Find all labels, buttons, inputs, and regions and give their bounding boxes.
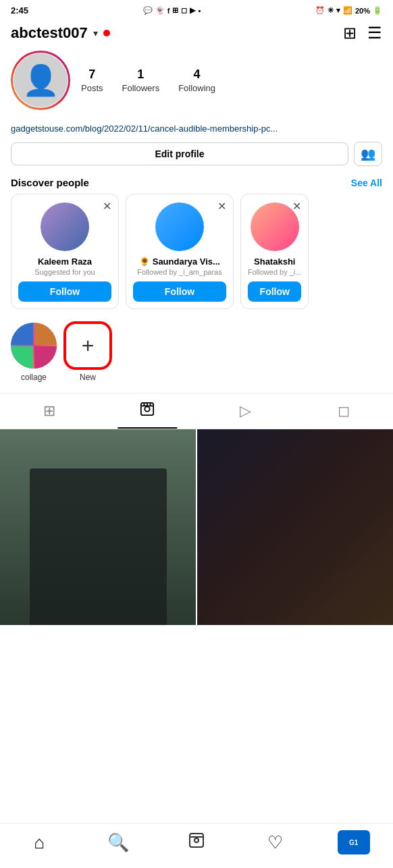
- person-sub-0: Suggested for you: [34, 268, 95, 276]
- follow-button-2[interactable]: Follow: [248, 281, 301, 302]
- story-label-collage: collage: [21, 373, 47, 382]
- media-thumb-0[interactable]: [0, 429, 196, 625]
- discover-title: Discover people: [11, 177, 89, 188]
- status-bar: 2:45 💬 👻 f ⊞ ◻ ▶ • ⏰ ✳ ▾ 📶 20% 🔋: [0, 0, 393, 18]
- status-icons: 💬 👻 f ⊞ ◻ ▶ •: [143, 6, 201, 15]
- heart-icon: ♡: [267, 832, 283, 853]
- person-card-0: ✕ Kaleem Raza Suggested for you Follow: [11, 194, 119, 309]
- status-time: 2:45: [11, 5, 28, 16]
- svg-rect-6: [190, 834, 203, 847]
- add-person-icon: 👥: [361, 146, 375, 161]
- story-item-collage[interactable]: collage: [11, 323, 57, 382]
- edit-profile-button[interactable]: Edit profile: [11, 142, 348, 165]
- play-tab-icon: ▷: [240, 402, 251, 420]
- following-count: 4: [178, 67, 215, 82]
- grid-icon: ⊞: [172, 6, 178, 15]
- collage-cell-4: [34, 346, 57, 369]
- collage-thumb: [11, 323, 57, 369]
- person-avatar-1: [155, 202, 204, 251]
- logo-text: G1: [349, 839, 358, 846]
- wifi-icon: ▾: [336, 6, 340, 15]
- discover-header: Discover people See All: [0, 174, 393, 194]
- close-card-0-button[interactable]: ✕: [103, 200, 111, 213]
- follow-button-0[interactable]: Follow: [18, 281, 111, 302]
- nav-activity-button[interactable]: ♡: [259, 830, 291, 855]
- tab-grid[interactable]: ⊞: [0, 394, 99, 429]
- followers-count: 1: [122, 67, 160, 82]
- posts-label: Posts: [81, 83, 103, 93]
- bluetooth-icon: ✳: [328, 6, 334, 15]
- content-tabs: ⊞ ▷ ◻: [0, 393, 393, 429]
- avatar-person-icon: 👤: [22, 63, 59, 98]
- collage-cell-3: [11, 346, 33, 369]
- reels-tab-icon: [140, 402, 155, 421]
- bottom-nav: ⌂ 🔍 ♡ G1: [0, 823, 393, 868]
- collage-cell-1: [11, 323, 33, 345]
- plus-icon: +: [82, 333, 95, 358]
- person-name-0: Kaleem Raza: [38, 256, 92, 267]
- see-all-button[interactable]: See All: [351, 178, 382, 188]
- bio-link[interactable]: gadgetstouse.com/blog/2022/02/11/cancel-…: [0, 118, 393, 136]
- reels-nav-icon: [188, 832, 205, 853]
- tab-play[interactable]: ▷: [196, 394, 295, 429]
- header-right: ⊞ ☰: [343, 24, 382, 43]
- nav-home-button[interactable]: ⌂: [23, 830, 55, 855]
- signal-icon: 📶: [343, 6, 352, 15]
- tagged-tab-icon: ◻: [338, 402, 350, 420]
- follow-button-1[interactable]: Follow: [133, 281, 226, 302]
- svg-point-7: [194, 838, 199, 842]
- nav-profile-logo[interactable]: G1: [338, 830, 370, 855]
- grid-tab-icon: ⊞: [43, 402, 55, 420]
- profile-section: 👤 7 Posts 1 Followers 4 Following: [0, 51, 393, 118]
- close-card-2-button[interactable]: ✕: [292, 200, 301, 213]
- close-card-1-button[interactable]: ✕: [217, 200, 226, 213]
- battery-text: 20%: [355, 7, 370, 15]
- message-icon: 💬: [143, 6, 153, 15]
- snapchat-icon: 👻: [155, 6, 165, 15]
- discover-scroll: ✕ Kaleem Raza Suggested for you Follow ✕…: [0, 194, 393, 317]
- dropdown-arrow-icon[interactable]: ▾: [93, 28, 98, 38]
- facebook-icon: f: [167, 7, 170, 15]
- person-avatar-0: [41, 202, 89, 251]
- status-right: ⏰ ✳ ▾ 📶 20% 🔋: [315, 6, 382, 15]
- collage-cell-2: [34, 323, 57, 345]
- stories-row: collage + New: [0, 317, 393, 393]
- live-dot: [103, 30, 110, 36]
- add-person-button[interactable]: 👥: [354, 142, 382, 166]
- stats: 7 Posts 1 Followers 4 Following: [81, 67, 215, 94]
- search-icon: 🔍: [107, 832, 129, 853]
- youtube-icon: ▶: [190, 6, 195, 15]
- header-left: abctest007 ▾: [11, 24, 110, 42]
- following-label: Following: [178, 83, 215, 93]
- posts-stat[interactable]: 7 Posts: [81, 67, 103, 94]
- dot-icon: •: [198, 7, 201, 15]
- following-stat[interactable]: 4 Following: [178, 67, 215, 94]
- battery-icon: 🔋: [373, 6, 382, 15]
- person-sub-2: Followed by _i...: [248, 268, 301, 276]
- header: abctest007 ▾ ⊞ ☰: [0, 18, 393, 51]
- nav-search-button[interactable]: 🔍: [102, 830, 134, 855]
- buttons-row: Edit profile 👥: [0, 136, 393, 174]
- tab-tagged[interactable]: ◻: [295, 394, 394, 429]
- add-post-icon[interactable]: ⊞: [343, 24, 357, 43]
- profile-info: 👤 7 Posts 1 Followers 4 Following: [11, 51, 382, 110]
- instagram-icon: ◻: [181, 6, 187, 15]
- media-thumb-1[interactable]: [197, 429, 393, 625]
- nav-reels-button[interactable]: [180, 830, 213, 855]
- avatar: 👤: [14, 53, 68, 107]
- media-grid: [0, 429, 393, 625]
- alarm-icon: ⏰: [315, 6, 325, 15]
- home-icon: ⌂: [34, 832, 45, 853]
- username[interactable]: abctest007: [11, 24, 88, 42]
- avatar-wrap[interactable]: 👤: [11, 51, 70, 110]
- story-label-new: New: [80, 373, 96, 382]
- person-card-2: ✕ Shatakshi Followed by _i... Follow: [240, 194, 309, 309]
- tab-reels[interactable]: [99, 394, 197, 429]
- menu-icon[interactable]: ☰: [367, 24, 382, 43]
- followers-stat[interactable]: 1 Followers: [122, 67, 160, 94]
- person-avatar-2: [251, 202, 299, 251]
- person-sub-1: Followed by _i_am_paras: [137, 268, 221, 276]
- person-name-2: Shatakshi: [254, 256, 295, 267]
- story-item-new[interactable]: + New: [65, 323, 111, 382]
- person-card-1: ✕ 🌻 Saundarya Vis... Followed by _i_am_p…: [126, 194, 234, 309]
